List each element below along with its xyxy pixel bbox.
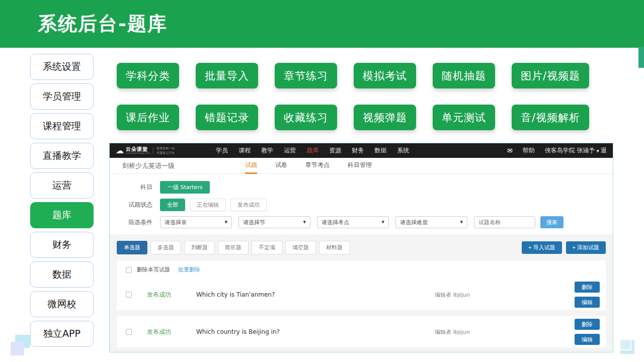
chapter-select[interactable]: 请选择章 ▼ [160,216,232,228]
tab-questions[interactable]: 试题 [245,158,257,174]
status-option-published[interactable]: 发布成功 [230,199,267,211]
nav-item-students[interactable]: 学员 [216,146,228,155]
feature-random-draw[interactable]: 随机抽题 [433,63,495,88]
page-header: 系统后台-题库 [0,0,644,48]
sidebar-item-live-teaching[interactable]: 直播教学 [30,143,94,169]
feature-mock-exam[interactable]: 模拟考试 [354,63,416,88]
row-divider [117,310,606,316]
sidebar-item-question-bank[interactable]: 题库 [30,202,94,228]
feature-batch-import[interactable]: 批量导入 [196,63,258,88]
cloud-icon: ☁ [116,146,124,155]
filter-panel: 科目 一级 Starters 试题状态 全部 正在编辑 发布成功 筛选条件 请选… [110,174,613,234]
batch-delete-link[interactable]: 批量删除 [178,266,200,274]
account-menu[interactable]: 侠客岛学院 张涵予▼退 [545,146,607,155]
type-actions: + 导入试题 + 添加试题 [522,241,606,254]
type-tab-indefinite[interactable]: 不定项 [252,241,282,254]
tab-subject-management[interactable]: 科目管理 [348,158,372,174]
delete-button[interactable]: 删除 [575,282,600,293]
feature-buttons: 学科分类 批量导入 章节练习 模拟考试 随机抽题 图片/视频题 课后作业 错题记… [117,63,589,146]
point-select[interactable]: 请选择考点 ▼ [317,216,389,228]
nav-item-question-bank[interactable]: 题库 [306,146,318,155]
status-badge: 发布成功 [147,291,182,299]
select-all-checkbox[interactable] [126,267,132,273]
feature-homework[interactable]: 课后作业 [117,105,179,130]
feature-image-video-question[interactable]: 图片/视频题 [512,63,589,88]
filter-row-status: 试题状态 全部 正在编辑 发布成功 [110,199,613,211]
chevron-down-icon: ▼ [597,149,599,153]
feature-favorite-practice[interactable]: 收藏练习 [275,105,337,130]
add-question-button[interactable]: + 添加试题 [566,241,606,254]
question-list-section: 单选题 多选题 判断题 简答题 不定项 填空题 材料题 + 导入试题 + 添加试… [110,234,613,352]
type-tab-multi-choice[interactable]: 多选题 [150,241,181,254]
type-tab-single-choice[interactable]: 单选题 [117,241,147,254]
account-name: 侠客岛学院 张涵予 [545,147,595,154]
sidebar-item-course-management[interactable]: 课程管理 [30,113,94,139]
row-actions: 删除 编辑 [575,319,600,345]
row-actions: 删除 编辑 [575,282,600,308]
nav-item-courses[interactable]: 课程 [238,146,251,155]
editor-label: 编辑者 lbjijun [435,328,470,336]
difficulty-select[interactable]: 请选择难度 ▼ [395,216,467,228]
nav-item-system[interactable]: 系统 [397,146,409,155]
type-tab-material[interactable]: 材料题 [319,241,350,254]
help-link[interactable]: 帮助 [523,146,535,155]
logout-link[interactable]: 退 [601,147,607,154]
search-button[interactable]: 搜索 [540,216,564,228]
sidebar-item-student-management[interactable]: 学员管理 [30,83,94,110]
nav-item-teaching[interactable]: 教学 [261,146,273,155]
delete-button[interactable]: 删除 [575,319,600,330]
nav-item-resources[interactable]: 资源 [329,146,341,155]
sidebar-item-data[interactable]: 数据 [30,261,94,288]
type-tab-fill-blank[interactable]: 填空题 [285,241,316,254]
nav-item-finance[interactable]: 财务 [352,146,364,155]
chevron-down-icon: ▼ [460,220,463,224]
feature-wrong-question-record[interactable]: 错题记录 [196,105,258,130]
sidebar-item-micro-school[interactable]: 微网校 [30,291,94,317]
course-name: 剑桥少儿英语一级 [122,161,175,170]
question-text: Which country is Beijing in? [196,328,280,335]
feature-subject-category[interactable]: 学科分类 [117,63,179,88]
tab-chapter-points[interactable]: 章节考点 [305,158,330,174]
decoration-square [11,342,24,355]
status-option-all[interactable]: 全部 [160,199,185,211]
edit-button[interactable]: 编辑 [575,334,600,345]
row-checkbox[interactable] [126,329,132,335]
question-type-row: 单选题 多选题 判断题 简答题 不定项 填空题 材料题 + 导入试题 + 添加试… [117,241,606,254]
nav-item-data[interactable]: 数据 [374,146,386,155]
nav-item-operations[interactable]: 运营 [284,146,296,155]
admin-topnav: ☁ 云朵课堂 yunduoketang.com 教育机构一站 式服务云平台 学员… [110,143,613,158]
section-select[interactable]: 请选择节 ▼ [238,216,310,228]
tab-papers[interactable]: 试卷 [275,158,287,174]
subject-tag[interactable]: 一级 Starters [160,181,210,194]
edit-button[interactable]: 编辑 [575,297,600,308]
question-name-input[interactable] [474,216,535,228]
list-header: 删除本页试题 批量删除 [117,260,606,279]
subject-label: 科目 [110,183,152,192]
row-checkbox[interactable] [126,292,132,298]
feature-chapter-practice[interactable]: 章节练习 [275,63,337,88]
feature-video-popup-question[interactable]: 视频弹题 [354,105,416,130]
chevron-down-icon: ▼ [225,220,227,224]
chevron-down-icon: ▼ [382,220,384,224]
feature-row-1: 学科分类 批量导入 章节练习 模拟考试 随机抽题 图片/视频题 [117,63,589,88]
logo-tagline-line1: 教育机构一站 [156,146,175,150]
feature-unit-test[interactable]: 单元测试 [433,105,495,130]
type-tab-true-false[interactable]: 判断题 [184,241,215,254]
admin-topnav-right: ✉ 帮助 侠客岛学院 张涵予▼退 [507,146,607,155]
feature-audio-video-analysis[interactable]: 音/视频解析 [512,105,589,130]
status-option-editing[interactable]: 正在编辑 [190,199,226,211]
admin-tabs: 试题 试卷 章节考点 科目管理 [245,158,372,174]
sidebar-item-finance[interactable]: 财务 [30,232,94,258]
sidebar-item-system-settings[interactable]: 系统设置 [30,54,94,80]
import-questions-button[interactable]: + 导入试题 [522,241,561,254]
type-tab-short-answer[interactable]: 简答题 [218,241,249,254]
filter-row-conditions: 筛选条件 请选择章 ▼ 请选择节 ▼ 请选择考点 ▼ 请选择难度 ▼ [110,216,613,228]
editor-label: 编辑者 lbjijun [435,291,470,299]
logo-domain: yunduoketang.com [126,152,150,155]
sidebar-item-standalone-app[interactable]: 独立APP [30,321,94,347]
table-row: 发布成功 Which city is Tian'anmen? 编辑者 lbjij… [117,279,606,310]
sidebar-item-operations[interactable]: 运营 [30,172,94,199]
mail-icon[interactable]: ✉ [507,147,513,154]
admin-nav-items: 学员 课程 教学 运营 题库 资源 财务 数据 系统 [216,146,409,155]
table-row: 发布成功 Which country is Beijing in? 编辑者 lb… [117,316,606,347]
